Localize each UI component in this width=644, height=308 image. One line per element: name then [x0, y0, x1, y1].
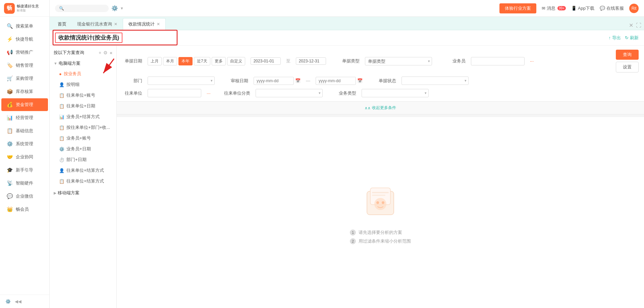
review-date-to-cal-icon[interactable]: 📅 — [357, 78, 363, 83]
partner-label: 往来单位 — [122, 90, 142, 96]
date-btn-thismonth[interactable]: 本月 — [163, 57, 177, 65]
date-btn-more[interactable]: 更多 — [212, 57, 226, 65]
sidebar-item-member[interactable]: 👑 畅会员 — [1, 203, 48, 216]
scheme-partner-dept[interactable]: 📋 按往来单位+部门+收... — [50, 122, 116, 133]
quicknav-icon: ⚡ — [7, 36, 13, 42]
dept-select[interactable] — [148, 76, 215, 85]
date-btn-7days[interactable]: 近7天 — [194, 57, 210, 65]
date-btn-lastmonth[interactable]: 上月 — [148, 57, 162, 65]
settings-button[interactable]: 设置 — [616, 62, 639, 72]
marketing-icon: 📢 — [7, 49, 13, 55]
desktop-group-header[interactable]: ▼ 电脑端方案 — [50, 58, 116, 68]
biz-type-select[interactable] — [362, 89, 429, 97]
review-date-from-input[interactable] — [254, 77, 294, 85]
salesman-more-dots[interactable]: ··· — [530, 58, 534, 64]
partner-type-select-wrapper — [256, 89, 323, 97]
tab-receipts-close[interactable]: ✕ — [157, 22, 160, 27]
app-download-icon: 📱 — [571, 6, 577, 11]
scheme-salesman-settle[interactable]: 📊 业务员+结算方式 — [50, 111, 116, 122]
sales-icon: 🏷️ — [7, 62, 13, 68]
scheme-salesman-account[interactable]: 📋 业务员+账号 — [50, 133, 116, 144]
salesman-input[interactable] — [471, 57, 525, 65]
header-dropdown-icon[interactable]: ▾ — [121, 6, 123, 11]
date-btn-thisyear[interactable]: 本年 — [178, 57, 193, 65]
header-search[interactable]: 🔍 — [55, 5, 109, 12]
doc-status-select[interactable] — [401, 76, 469, 85]
close-all-icon[interactable]: ✕ — [629, 22, 633, 29]
tab-home[interactable]: 首页 — [52, 18, 72, 30]
app-download-item[interactable]: 📱 App下载 — [571, 5, 594, 11]
sidebar-item-search[interactable]: 🔍 搜索菜单 — [1, 20, 48, 33]
online-service-item[interactable]: 💬 在线客服 — [600, 5, 624, 11]
review-date-to-input[interactable] — [316, 77, 356, 85]
scheme-settings-icon[interactable]: ⚙ — [103, 50, 108, 55]
tab-bank[interactable]: 现金银行流水查询 ✕ — [72, 18, 123, 30]
trial-button[interactable]: 体验行业方案 — [499, 3, 536, 13]
date-from-input[interactable] — [251, 57, 281, 65]
user-name: Rit — [632, 6, 637, 11]
sidebar-item-enterprise[interactable]: 🤝 企业协同 — [1, 151, 48, 163]
expand-icon[interactable]: ⛶ — [636, 22, 641, 29]
header-gear-icon[interactable]: ⚙️ — [111, 5, 118, 11]
settings-footer-icon[interactable]: ⚙️ — [5, 299, 11, 304]
scheme-by-detail[interactable]: 👤 按明细 — [50, 79, 116, 90]
sidebar-item-operations[interactable]: 📊 经营管理 — [1, 111, 48, 124]
scheme-partner-settle2[interactable]: 📋 往来单位+结算方式 — [50, 176, 116, 187]
collapse-sidebar-icon[interactable]: ◀◀ — [15, 299, 21, 304]
tab-bar: 首页 现金银行流水查询 ✕ 收款情况统计 ✕ ✕ ⛶ — [50, 17, 644, 30]
scheme-dept-date[interactable]: ⏱️ 部门+日期 — [50, 154, 116, 165]
sidebar-item-guide[interactable]: 🎓 新手引导 — [1, 164, 48, 176]
dept-select-wrapper — [148, 76, 215, 85]
sidebar-item-system[interactable]: ⚙️ 系统管理 — [1, 138, 48, 150]
empty-illustration — [360, 181, 400, 221]
sidebar-item-quicknav[interactable]: ⚡ 快捷导航 — [1, 33, 48, 46]
sidebar-logo: 畅 畅捷通好生意 标准版 — [0, 0, 49, 17]
message-item[interactable]: ✉ 消息 99+ — [542, 5, 566, 11]
sidebar-item-marketing[interactable]: 📢 营销推广 — [1, 46, 48, 59]
query-button[interactable]: 查询 — [616, 50, 639, 60]
sidebar-item-wechat[interactable]: 💬 企业微信 — [1, 190, 48, 203]
sidebar-item-basic[interactable]: 📋 基础信息 — [1, 124, 48, 137]
scheme-partner-settle1[interactable]: 👤 往来单位+结算方式 — [50, 165, 116, 176]
sidebar-item-sales[interactable]: 🏷️ 销售管理 — [1, 59, 48, 72]
scheme-by-salesman[interactable]: ● 按业务员 — [50, 68, 116, 79]
message-badge: 99+ — [557, 6, 566, 10]
dept-date-icon: ⏱️ — [59, 157, 64, 162]
tab-receipts[interactable]: 收款情况统计 ✕ — [123, 18, 166, 30]
refresh-button[interactable]: ↻ 刷新 — [625, 35, 639, 41]
member-icon: 👑 — [7, 206, 13, 212]
add-scheme-icon[interactable]: + — [99, 50, 101, 55]
review-date-from-cal-icon[interactable]: 📅 — [295, 78, 301, 83]
date-btn-custom[interactable]: 自定义 — [227, 57, 245, 65]
sidebar-item-finance[interactable]: 💰 资金管理 — [1, 98, 48, 111]
scheme-partner-date[interactable]: 📋 往来单位+日期 — [50, 101, 116, 111]
collapse-bar[interactable]: ∧∧ 收起更多条件 — [117, 102, 644, 114]
partner-type-select[interactable] — [256, 89, 323, 97]
logo-icon: 畅 — [4, 3, 15, 14]
user-avatar[interactable]: Rit — [629, 4, 639, 13]
sidebar-item-inventory[interactable]: 📦 库存核算 — [1, 85, 48, 98]
partner-more-dots[interactable]: ··· — [207, 91, 211, 96]
collapse-panel-icon[interactable]: « — [110, 50, 112, 55]
doc-type-select[interactable]: 单据类型 — [365, 57, 432, 65]
page-title: 收款情况统计(按业务员) — [55, 33, 122, 43]
mobile-group-header[interactable]: ▶ 移动端方案 — [50, 188, 116, 198]
svg-point-3 — [376, 201, 379, 204]
review-date-to-picker: 📅 — [316, 77, 363, 85]
scheme-salesman-date[interactable]: ⚙️ 业务员+日期 — [50, 144, 116, 154]
collapse-up-icon: ∧∧ — [365, 106, 371, 110]
sidebar-item-hardware[interactable]: 📡 智能硬件 — [1, 177, 48, 190]
filter-area: 单据日期 上月 本月 本年 近7天 更多 自定义 至 单据类型 — [117, 46, 644, 102]
export-icon: ↑ — [609, 35, 611, 40]
filter-row-1: 单据日期 上月 本月 本年 近7天 更多 自定义 至 单据类型 — [122, 50, 639, 72]
wechat-icon: 💬 — [7, 193, 13, 199]
scheme-partner-account[interactable]: 📋 往来单位+账号 — [50, 90, 116, 101]
review-date-from-picker: 📅 — [254, 77, 301, 85]
export-button[interactable]: ↑ 导出 — [609, 35, 621, 41]
partner-input[interactable] — [148, 89, 201, 97]
sidebar-item-purchase[interactable]: 🛒 采购管理 — [1, 72, 48, 85]
date-to-input[interactable] — [296, 57, 326, 65]
tab-bank-close[interactable]: ✕ — [114, 22, 117, 27]
refresh-icon: ↻ — [625, 35, 629, 40]
desktop-scheme-group: ▼ 电脑端方案 ● 按业务员 👤 按明细 📋 往来单位+账号 📋 往 — [50, 58, 116, 187]
